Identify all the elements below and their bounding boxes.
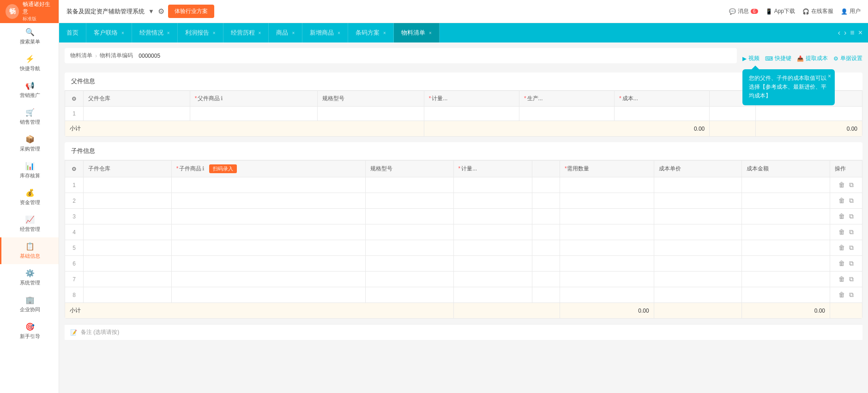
parent-subtotal-qty: 0.00: [424, 121, 710, 137]
parent-cell-product[interactable]: [190, 107, 317, 121]
sidebar-item-purchase[interactable]: 📦 采购管理: [0, 130, 59, 157]
child-actions-5: 🗑 ⧉: [830, 240, 862, 256]
breadcrumb-list[interactable]: 物料清单: [70, 52, 92, 60]
search-icon: 🔍: [25, 28, 35, 36]
tab-operations-history-close[interactable]: ×: [259, 30, 261, 36]
tab-bom[interactable]: 物料清单 ×: [394, 23, 440, 42]
tab-customers-close[interactable]: ×: [121, 30, 124, 36]
tab-bar: 首页 客户联络 × 经营情况 × 利润报告 × 经营历程 × 商品 × 新增商品…: [59, 23, 868, 42]
delete-icon-6[interactable]: 🗑: [838, 260, 845, 267]
parent-cell-production[interactable]: [519, 107, 614, 121]
child-cell-unit-cost-1[interactable]: [654, 177, 742, 193]
sidebar-item-inventory[interactable]: 📊 库存核算: [0, 157, 59, 184]
tab-new-products-label: 新增商品: [310, 29, 334, 37]
copy-icon-8[interactable]: ⧉: [849, 291, 854, 298]
sidebar-item-search[interactable]: 🔍 搜索菜单: [0, 23, 59, 50]
table-row: 5 🗑 ⧉: [65, 240, 862, 256]
sidebar-item-sales[interactable]: 🛒 销售管理: [0, 103, 59, 130]
extract-cost-button[interactable]: 📥 提取成本: [797, 54, 828, 62]
copy-icon-5[interactable]: ⧉: [849, 244, 854, 251]
tab-profit-report[interactable]: 利润报告 ×: [178, 23, 223, 42]
breadcrumb-code-label: 物料清单编码: [100, 52, 133, 60]
tab-products[interactable]: 商品 ×: [269, 23, 302, 42]
view-button[interactable]: ▶ 视频: [742, 54, 760, 62]
sidebar-item-purchase-label: 采购管理: [20, 145, 40, 152]
message-item[interactable]: 💬 消息 6: [729, 7, 758, 15]
sidebar-item-quick-nav[interactable]: ⚡ 快捷导航: [0, 50, 59, 77]
parent-cell-extra: [710, 107, 756, 121]
sidebar-item-search-label: 搜索菜单: [20, 38, 40, 45]
sidebar-item-marketing[interactable]: 📢 营销推广: [0, 77, 59, 103]
user-label: 用户: [850, 7, 861, 15]
tab-operations-situation[interactable]: 经营情况 ×: [132, 23, 178, 42]
child-actions-3: 🗑 ⧉: [830, 209, 862, 224]
shortcut-button[interactable]: ⌨ 快捷键: [765, 54, 791, 62]
child-cell-product-1[interactable]: [171, 177, 365, 193]
sidebar-item-finance[interactable]: 💰 资金管理: [0, 184, 59, 211]
child-cell-warehouse-1[interactable]: [84, 177, 172, 193]
app-download-item[interactable]: 📱 App下载: [766, 7, 795, 15]
tab-operations-situation-close[interactable]: ×: [167, 30, 170, 36]
tab-customers[interactable]: 客户联络 ×: [86, 23, 132, 42]
child-cell-qty-1[interactable]: [453, 177, 532, 193]
copy-icon-4[interactable]: ⧉: [849, 228, 854, 236]
copy-icon-1[interactable]: ⧉: [849, 181, 854, 188]
delete-icon-1[interactable]: 🗑: [838, 181, 845, 188]
tab-next-icon[interactable]: ›: [842, 27, 848, 39]
child-col-cost-amount: 成本金额: [742, 161, 830, 177]
table-row: 2 🗑 ⧉: [65, 193, 862, 209]
tab-bom-close[interactable]: ×: [429, 30, 432, 36]
sidebar-item-operations[interactable]: 📈 经营管理: [0, 211, 59, 237]
play-icon: ▶: [742, 55, 747, 62]
delete-icon-2[interactable]: 🗑: [838, 197, 845, 204]
child-col-settings[interactable]: ⚙: [65, 161, 84, 177]
parent-cell-spec[interactable]: [318, 107, 424, 121]
delete-icon-4[interactable]: 🗑: [838, 228, 845, 236]
settings-icon[interactable]: ⚙: [158, 7, 164, 16]
sidebar-item-enterprise[interactable]: 🏢 企业协同: [0, 291, 59, 318]
tab-barcode-plan[interactable]: 条码方案 ×: [348, 23, 394, 42]
delete-icon-3[interactable]: 🗑: [838, 212, 845, 220]
parent-col-settings[interactable]: ⚙: [65, 91, 84, 107]
online-support-item[interactable]: 🎧 在线客服: [802, 7, 833, 15]
sidebar-item-guide[interactable]: 🎯 新手引导: [0, 318, 59, 345]
user-item[interactable]: 👤 用户: [841, 7, 861, 15]
copy-icon-7[interactable]: ⧉: [849, 275, 854, 283]
system-icon: ⚙️: [25, 269, 35, 278]
table-row: 6 🗑 ⧉: [65, 256, 862, 272]
tab-barcode-plan-close[interactable]: ×: [383, 30, 386, 36]
tab-operations-history[interactable]: 经营历程 ×: [223, 23, 269, 42]
tab-new-products[interactable]: 新增商品 ×: [302, 23, 348, 42]
tab-home[interactable]: 首页: [59, 23, 86, 42]
tab-close-all-icon[interactable]: ≡: [848, 27, 856, 39]
parent-cell-qty[interactable]: [424, 107, 519, 121]
single-settings-button[interactable]: ⚙ 单据设置: [833, 54, 862, 62]
scan-button[interactable]: 扫码录入: [209, 164, 237, 173]
parent-cell-warehouse[interactable]: [84, 107, 190, 121]
parent-col-qty: 计量...: [424, 91, 519, 107]
tooltip-close-button[interactable]: ×: [828, 72, 831, 81]
parent-cell-cost[interactable]: [615, 107, 710, 121]
tab-profit-report-close[interactable]: ×: [213, 30, 216, 36]
copy-icon-3[interactable]: ⧉: [849, 212, 854, 220]
tab-new-products-close[interactable]: ×: [338, 30, 340, 36]
child-info-section: 子件信息 ⚙ 子件仓库 子件商品ℹ 扫码录入 规格型号 计量... *需用数量: [65, 142, 862, 319]
sidebar-item-system[interactable]: ⚙️ 系统管理: [0, 264, 59, 291]
child-cell-required-qty-1[interactable]: [560, 177, 654, 193]
copy-icon-2[interactable]: ⧉: [849, 197, 854, 204]
main-area: 装备及固定资产辅助管理系统 ▼ ⚙ 体验行业方案 💬 消息 6 📱 App下载 …: [59, 0, 868, 393]
delete-icon-7[interactable]: 🗑: [838, 275, 845, 283]
tab-prev-icon[interactable]: ‹: [836, 27, 842, 39]
tab-products-close[interactable]: ×: [292, 30, 295, 36]
system-dropdown-icon[interactable]: ▼: [148, 8, 154, 15]
sidebar-item-basic-info[interactable]: 📋 基础信息: [0, 237, 59, 264]
tab-close-page-icon[interactable]: ×: [856, 27, 864, 39]
trial-button[interactable]: 体验行业方案: [168, 5, 214, 18]
copy-icon-6[interactable]: ⧉: [849, 260, 854, 267]
child-cell-spec-1[interactable]: [365, 177, 453, 193]
quicknav-icon: ⚡: [25, 54, 35, 63]
child-actions-4: 🗑 ⧉: [830, 224, 862, 240]
delete-icon-8[interactable]: 🗑: [838, 291, 845, 298]
delete-icon-5[interactable]: 🗑: [838, 244, 845, 251]
child-subtotal-row: 小计 0.00 0.00: [65, 303, 862, 319]
